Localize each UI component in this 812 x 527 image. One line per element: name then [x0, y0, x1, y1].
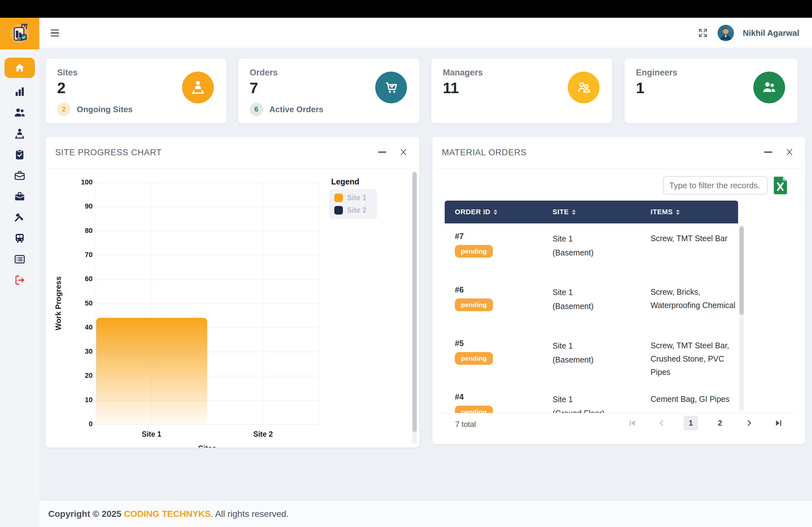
minimize-icon[interactable] — [764, 151, 772, 153]
brand-link[interactable]: CODING TECHNYKS — [124, 509, 211, 519]
home-icon — [15, 63, 25, 73]
status-badge: pending — [455, 245, 493, 258]
minimize-icon[interactable] — [378, 151, 386, 153]
site-location-icon — [13, 127, 26, 140]
sort-icon — [494, 209, 497, 215]
order-site: Site 1 (Basement) — [553, 232, 644, 259]
order-id: #4 — [455, 392, 464, 402]
footer: Copyright © 2025 CODING TECHNYKS. All ri… — [39, 500, 812, 527]
status-badge: pending — [455, 299, 493, 311]
card-value: 1 — [636, 79, 644, 97]
order-items: Screw, Bricks, Waterproofing Chemical — [651, 285, 738, 312]
sidebar-item-logout[interactable] — [4, 273, 35, 287]
order-site: Site 1 (Ground Floor) — [553, 392, 644, 413]
group-outline-icon — [575, 79, 592, 96]
site-location-icon — [190, 79, 206, 96]
table-row[interactable]: #4 pending Site 1 (Ground Floor) Cement … — [445, 384, 738, 413]
page-2-button[interactable]: 2 — [713, 416, 727, 430]
prev-page-button[interactable] — [654, 416, 669, 430]
card-title: Engineers — [636, 68, 678, 78]
count-badge: 2 — [57, 103, 70, 116]
site-progress-panel: SITE PROGRESS CHART Work Progress Legend… — [46, 137, 419, 448]
bus-icon — [13, 232, 26, 245]
close-icon[interactable] — [398, 147, 408, 157]
hammer-icon — [13, 211, 26, 224]
stat-card-sites: Sites 2 2 Ongoing Sites — [46, 58, 227, 123]
briefcase-outline-icon — [13, 169, 26, 182]
user-name[interactable]: Nikhil Agarwal — [743, 28, 799, 38]
sidebar-item-dashboard[interactable] — [4, 85, 35, 99]
legend-item[interactable]: Site 2 — [334, 206, 372, 214]
card-title: Sites — [57, 68, 78, 78]
total-count: 7 total — [455, 420, 476, 429]
briefcase-icon — [13, 190, 26, 203]
sidebar-item-materials[interactable] — [4, 190, 35, 204]
close-icon[interactable] — [784, 147, 795, 157]
sidebar — [0, 49, 39, 527]
count-badge: 6 — [250, 103, 263, 116]
table-row[interactable]: #7 pending Site 1 (Basement) Screw, TMT … — [445, 223, 738, 277]
sidebar-item-home[interactable] — [4, 58, 35, 78]
bar-chart-icon — [14, 86, 26, 98]
order-id: #5 — [455, 339, 464, 348]
card-title: Orders — [250, 68, 278, 78]
legend-swatch — [334, 194, 343, 202]
bar-chart: Work Progress Legend Site 1Site 2 100908… — [46, 168, 419, 448]
order-site: Site 1 (Basement) — [553, 339, 644, 367]
x-axis-title: Sites — [169, 444, 246, 448]
status-badge: pending — [455, 406, 493, 413]
column-header-order-id[interactable]: ORDER ID — [455, 200, 497, 223]
sidebar-item-sites[interactable] — [4, 127, 35, 141]
list-card-icon — [13, 253, 26, 266]
material-orders-panel: MATERIAL ORDERS ORDER ID SITE ITEMS #7 p… — [432, 137, 805, 444]
legend-item[interactable]: Site 1 — [334, 194, 372, 202]
sidebar-item-tasks[interactable] — [4, 148, 35, 162]
column-header-site[interactable]: SITE — [553, 200, 576, 223]
rights-text: . All rights reserved. — [211, 509, 289, 519]
sidebar-item-tools[interactable] — [4, 210, 35, 224]
header-bar: Nikhil Agarwal — [39, 18, 812, 48]
chart-scrollbar[interactable] — [412, 171, 417, 444]
page-1-button[interactable]: 1 — [683, 416, 698, 430]
order-items: Screw, TMT Steel Bar, Crushed Stone, PVC… — [651, 339, 738, 379]
first-page-button[interactable] — [625, 416, 640, 430]
users-icon — [13, 106, 26, 119]
panel-title: SITE PROGRESS CHART — [55, 148, 162, 157]
sidebar-item-projects[interactable] — [4, 169, 35, 182]
order-items: Cement Bag, GI Pipes — [651, 392, 738, 406]
card-value: 2 — [57, 79, 66, 97]
sidebar-item-reports[interactable] — [4, 252, 35, 266]
next-page-button[interactable] — [742, 416, 756, 430]
fullscreen-icon[interactable] — [697, 27, 709, 39]
filter-input[interactable] — [663, 176, 768, 195]
clipboard-check-icon — [14, 149, 26, 161]
avatar[interactable] — [717, 25, 734, 41]
excel-export-icon[interactable] — [773, 176, 787, 195]
app-logo[interactable] — [0, 18, 39, 49]
sidebar-item-users[interactable] — [4, 106, 35, 120]
last-page-button[interactable] — [771, 416, 786, 430]
order-site: Site 1 (Basement) — [553, 285, 644, 313]
copyright-text: Copyright © 2025 — [48, 509, 124, 519]
table-row[interactable]: #6 pending Site 1 (Basement) Screw, Bric… — [445, 277, 738, 331]
legend-title: Legend — [331, 177, 359, 186]
column-header-items[interactable]: ITEMS — [651, 200, 680, 223]
table-row[interactable]: #5 pending Site 1 (Basement) Screw, TMT … — [445, 331, 738, 384]
pagination: 1 2 — [625, 416, 786, 430]
menu-toggle-button[interactable] — [51, 28, 60, 38]
table-header: ORDER ID SITE ITEMS — [445, 200, 738, 223]
table-scrollbar[interactable] — [739, 225, 744, 411]
top-black-bar — [0, 0, 812, 18]
card-value: 7 — [250, 79, 258, 97]
panel-title: MATERIAL ORDERS — [442, 148, 526, 157]
stat-card-managers: Managers 11 — [431, 58, 612, 123]
legend-swatch — [334, 206, 343, 214]
orders-table-body: #7 pending Site 1 (Basement) Screw, TMT … — [445, 223, 738, 413]
order-items: Screw, TMT Steel Bar — [651, 232, 738, 245]
stat-card-engineers: Engineers 1 — [625, 58, 798, 123]
logout-icon — [13, 274, 26, 286]
sidebar-item-vehicles[interactable] — [4, 231, 35, 245]
construction-logo-icon — [8, 22, 31, 45]
chart-legend: Site 1Site 2 — [329, 189, 377, 219]
stat-card-orders: Orders 7 6 Active Orders — [238, 58, 420, 123]
